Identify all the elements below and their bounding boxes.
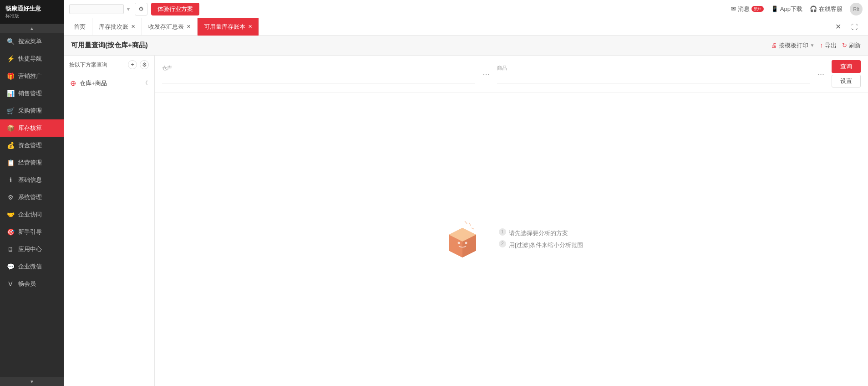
sidebar-icon-2: 🎁 (6, 72, 15, 80)
online-service-button[interactable]: 🎧 在线客服 (810, 5, 843, 13)
tab-maximize-button[interactable]: ⛶ (848, 21, 861, 33)
empty-state: 1 请先选择要分析的方案 2 用[过滤]条件来缩小分析范围 (155, 93, 868, 386)
svg-line-7 (469, 223, 471, 226)
export-icon: ↑ (820, 42, 823, 49)
settings-button[interactable]: 设置 (832, 75, 861, 87)
left-panel-header: 按以下方案查询 + ⚙ (64, 56, 154, 74)
app-name: 畅康通好生意 (5, 5, 58, 13)
sidebar-icon-14: V (6, 280, 15, 288)
step-1-num: 1 (499, 228, 506, 236)
message-button[interactable]: ✉ 消息 99+ (731, 5, 764, 13)
sidebar-label-3: 销售管理 (18, 89, 42, 98)
sidebar-icon-11: 🎯 (6, 228, 15, 236)
trial-industry-button[interactable]: 体验行业方案 (151, 3, 199, 15)
svg-line-6 (465, 221, 467, 224)
left-panel-title: 按以下方案查询 (69, 61, 107, 69)
warehouse-filter: 仓库 (162, 65, 475, 83)
headset-icon: 🎧 (810, 5, 817, 12)
settings-scheme-button[interactable]: ⚙ (140, 60, 149, 69)
sidebar-item-基础信息[interactable]: ℹ 基础信息 (0, 171, 64, 189)
app-version: 标准版 (5, 13, 58, 19)
sidebar-scroll-up[interactable]: ▲ (0, 24, 64, 33)
tab-home[interactable]: 首页 (67, 18, 92, 36)
message-icon: ✉ (731, 5, 736, 12)
product-more-icon[interactable]: ··· (816, 69, 826, 79)
sidebar-scroll-down[interactable]: ▼ (0, 377, 64, 386)
topbar-search-area: ▼ (69, 4, 131, 14)
warehouse-more-icon[interactable]: ··· (481, 69, 491, 79)
message-badge: 99+ (751, 6, 764, 12)
sidebar-item-采购管理[interactable]: 🛒 采购管理 (0, 102, 64, 119)
warehouse-input[interactable] (162, 72, 475, 83)
page-header: 可用量查询(按仓库+商品) 🖨 按模板打印 ▼ ↑ 导出 ↻ 刷新 (64, 36, 868, 56)
sidebar-label-12: 应用中心 (18, 245, 42, 253)
tab-home-label: 首页 (74, 23, 86, 31)
refresh-label: 刷新 (849, 41, 861, 50)
gear-button[interactable]: ⚙ (135, 3, 147, 15)
sidebar-item-快捷导航[interactable]: ⚡ 快捷导航 (0, 50, 64, 67)
sidebar-label-13: 企业微信 (18, 262, 42, 271)
topbar-search-dropdown[interactable]: ▼ (126, 6, 131, 12)
sidebar-item-库存核算[interactable]: 📦 库存核算 (0, 119, 64, 137)
left-panel-actions: + ⚙ (128, 60, 149, 69)
sidebar-label-9: 系统管理 (18, 193, 42, 201)
sidebar-icon-4: 🛒 (6, 107, 15, 114)
sidebar-item-系统管理[interactable]: ⚙ 系统管理 (0, 189, 64, 206)
step-2-num: 2 (499, 240, 506, 247)
sidebar-item-营销推广[interactable]: 🎁 营销推广 (0, 67, 64, 85)
sidebar-item-经营管理[interactable]: 📋 经营管理 (0, 154, 64, 171)
export-label: 导出 (825, 41, 837, 50)
sidebar-item-销售管理[interactable]: 📊 销售管理 (0, 85, 64, 102)
tab-inventory-summary-close[interactable]: ✕ (187, 24, 191, 30)
sidebar-item-新手引导[interactable]: 🎯 新手引导 (0, 223, 64, 241)
sidebar-item-搜索菜单[interactable]: 🔍 搜索菜单 (0, 33, 64, 50)
sidebar-label-2: 营销推广 (18, 72, 42, 80)
product-filter: 商品 (497, 65, 810, 83)
left-panel: 按以下方案查询 + ⚙ ⊕ 仓库+商品 《 (64, 56, 155, 386)
phone-icon: 📱 (771, 5, 778, 12)
sidebar-icon-13: 💬 (6, 263, 15, 270)
sidebar-scroll: 🔍 搜索菜单 ⚡ 快捷导航 🎁 营销推广 📊 销售管理 🛒 采购管理 📦 库存核… (0, 33, 64, 377)
sidebar-icon-12: 🖥 (6, 246, 15, 253)
tab-inventory-batch-close[interactable]: ✕ (131, 24, 135, 30)
scheme-item-warehouse-product[interactable]: ⊕ 仓库+商品 《 (64, 74, 154, 92)
sidebar-item-应用中心[interactable]: 🖥 应用中心 (0, 241, 64, 258)
app-download-button[interactable]: 📱 App下载 (771, 5, 802, 13)
scheme-label: 仓库+商品 (80, 79, 107, 87)
tab-inventory-summary[interactable]: 收发存汇总表 ✕ (142, 18, 198, 36)
sidebar-icon-9: ⚙ (6, 194, 15, 201)
tabs-right-actions: ✕ ⛶ (832, 21, 864, 33)
print-dropdown-icon[interactable]: ▼ (810, 43, 815, 48)
sidebar-label-14: 畅会员 (18, 280, 36, 288)
print-button[interactable]: 🖨 按模板打印 ▼ (771, 41, 815, 50)
query-button[interactable]: 查询 (832, 60, 861, 73)
topbar: ▼ ⚙ 体验行业方案 ✉ 消息 99+ 📱 App下载 🎧 在线客服 Rit (64, 0, 868, 18)
sidebar-icon-3: 📊 (6, 90, 15, 97)
sidebar-label-1: 快捷导航 (18, 55, 42, 63)
add-scheme-button[interactable]: + (128, 60, 137, 69)
sidebar: 畅康通好生意 标准版 ▲ 🔍 搜索菜单 ⚡ 快捷导航 🎁 营销推广 📊 销售管理… (0, 0, 64, 386)
tab-close-button[interactable]: ✕ (832, 21, 844, 33)
tab-available-stock-close[interactable]: ✕ (248, 24, 252, 30)
refresh-button[interactable]: ↻ 刷新 (842, 41, 861, 50)
sidebar-label-6: 资金管理 (18, 141, 42, 149)
collapse-icon[interactable]: 《 (142, 79, 148, 87)
user-name: Rit (853, 6, 859, 12)
tab-available-stock[interactable]: 可用量库存账本 ✕ (198, 18, 259, 36)
sidebar-item-企业协同[interactable]: 🤝 企业协同 (0, 206, 64, 223)
sidebar-item-畅会员[interactable]: V 畅会员 (0, 275, 64, 293)
product-input[interactable] (497, 72, 810, 83)
tab-inventory-batch[interactable]: 库存批次账 ✕ (92, 18, 142, 36)
svg-point-4 (457, 242, 460, 244)
sidebar-icon-1: ⚡ (6, 55, 15, 62)
tab-inventory-batch-label: 库存批次账 (99, 23, 128, 31)
tab-available-stock-label: 可用量库存账本 (204, 23, 245, 31)
step-1-text: 请先选择要分析的方案 (509, 227, 568, 239)
user-avatar[interactable]: Rit (850, 3, 863, 15)
topbar-search-input[interactable] (69, 4, 124, 14)
export-button[interactable]: ↑ 导出 (820, 41, 837, 50)
sidebar-item-资金管理[interactable]: 💰 资金管理 (0, 137, 64, 154)
sidebar-label-0: 搜索菜单 (18, 37, 42, 46)
sidebar-item-企业微信[interactable]: 💬 企业微信 (0, 258, 64, 275)
right-panel: 仓库 ··· 商品 ··· 查询 设置 (155, 56, 868, 386)
